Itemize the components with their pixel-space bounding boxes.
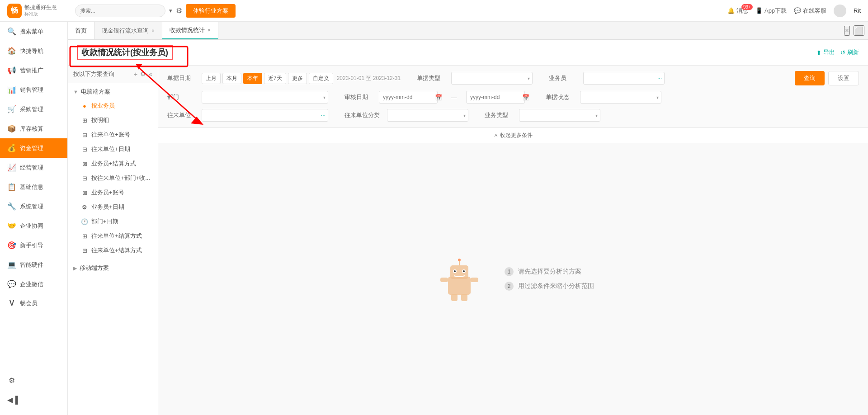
date-btn-this-year[interactable]: 本年 — [243, 73, 262, 84]
sidebar-item-quicknav[interactable]: 🏠 快捷导航 — [0, 41, 67, 61]
header-right: 🔔 消息 99+ 📱 App下载 💬 在线客服 Rit — [727, 5, 861, 17]
refresh-btn[interactable]: ↺ 刷新 — [840, 48, 859, 57]
biz-type-select[interactable] — [519, 109, 600, 122]
scheme-item-unit-settle1[interactable]: ⊞ 往来单位+结算方式 — [68, 229, 158, 243]
scheme-settings-btn[interactable]: ⚙ — [140, 71, 146, 78]
sidebar-item-finance[interactable]: 💰 资金管理 — [0, 138, 67, 158]
date-btn-last-month[interactable]: 上月 — [202, 73, 221, 84]
empty-tip-1: 1 请先选择要分析的方案 — [505, 267, 594, 276]
basic-icon: 📋 — [7, 183, 16, 191]
salesperson-dots[interactable]: ··· — [657, 75, 662, 81]
sidebar-item-inventory[interactable]: 📦 库存核算 — [0, 119, 67, 138]
form-settings-btn[interactable]: 设置 — [828, 71, 859, 85]
calendar-from-icon[interactable]: 📅 — [435, 94, 442, 101]
tab-home[interactable]: 首页 — [68, 22, 94, 39]
date-label: 单据日期 — [167, 74, 194, 82]
salesperson-input[interactable] — [583, 72, 665, 85]
date-btn-this-month[interactable]: 本月 — [222, 73, 241, 84]
enterprise-icon: 🤝 — [7, 222, 16, 230]
dept-select[interactable] — [202, 91, 328, 104]
sidebar-item-guide[interactable]: 🎯 新手引导 — [0, 236, 67, 255]
scheme-item-unit-dept[interactable]: ⊟ 按往来单位+部门+收... — [68, 171, 158, 185]
user-avatar[interactable] — [834, 5, 846, 17]
sidebar-settings-btn[interactable]: ⚙ — [0, 371, 67, 390]
sidebar-item-marketing[interactable]: 📢 营销推广 — [0, 61, 67, 80]
sidebar-item-purchase[interactable]: 🛒 采购管理 — [0, 99, 67, 119]
header-dropdown-btn[interactable]: ▾ — [169, 7, 172, 14]
page-title: 收款情况统计(按业务员) — [77, 45, 173, 60]
partner-cat-select[interactable] — [387, 109, 468, 122]
doc-type-label: 单据类型 — [417, 74, 444, 82]
partner-cat-field: ▾ — [387, 109, 468, 122]
scheme-item-unit-date[interactable]: ⊟ 往来单位+日期 — [68, 142, 158, 156]
app-download-btn[interactable]: 📱 App下载 — [755, 7, 787, 15]
close-all-btn[interactable]: × — [844, 26, 850, 36]
scheme-collapse-btn[interactable]: « — [149, 71, 152, 78]
sidebar-item-search[interactable]: 🔍 搜索菜单 — [0, 22, 67, 41]
unit-date-icon: ⊟ — [80, 146, 89, 153]
calendar-to-icon[interactable]: 📅 — [522, 94, 529, 101]
tab-receipt-close[interactable]: × — [208, 27, 211, 33]
sidebar-item-system[interactable]: 🔧 系统管理 — [0, 197, 67, 216]
scheme-item-unit-settle2[interactable]: ⊟ 往来单位+结算方式 — [68, 243, 158, 258]
scheme-item-sales-date[interactable]: ⚙ 业务员+日期 — [68, 200, 158, 214]
date-btn-7days[interactable]: 近7天 — [264, 73, 286, 84]
sidebar-item-enterprise[interactable]: 🤝 企业协同 — [0, 216, 67, 236]
logo-badge: 标准版 — [24, 11, 57, 17]
tab-home-label: 首页 — [75, 27, 87, 35]
biz-type-label: 业务类型 — [485, 111, 512, 119]
scheme-item-sales-date-label: 业务员+日期 — [91, 203, 124, 211]
export-btn[interactable]: ⬆ 导出 — [816, 48, 835, 57]
trial-btn[interactable]: 体验行业方案 — [186, 4, 236, 18]
scheme-group-pc-header[interactable]: ▼ 电脑端方案 — [68, 85, 158, 99]
doc-status-select[interactable] — [580, 91, 661, 104]
tab-bank-close[interactable]: × — [151, 28, 155, 34]
query-form: 单据日期 上月 本月 本年 近7天 更多 自定义 2023-01-01 至 20… — [158, 66, 868, 127]
tab-receipt[interactable]: 收款情况统计 × — [162, 22, 218, 39]
sidebar-item-hardware[interactable]: 💻 智能硬件 — [0, 255, 67, 274]
weixin-icon: 💬 — [7, 280, 16, 288]
date-btn-custom[interactable]: 自定义 — [309, 73, 333, 84]
scheme-item-sales-settle[interactable]: ⊠ 业务员+结算方式 — [68, 156, 158, 171]
sidebar-item-member[interactable]: V 畅会员 — [0, 294, 67, 313]
sidebar-label-enterprise: 企业协同 — [20, 222, 43, 230]
online-service-btn[interactable]: 💬 在线客服 — [794, 7, 826, 15]
guide-icon: 🎯 — [7, 241, 16, 250]
header-gear-btn[interactable]: ⚙ — [176, 6, 182, 15]
doc-type-select[interactable] — [451, 72, 533, 85]
scheme-item-salesperson[interactable]: ● 按业务员 — [68, 99, 158, 113]
scheme-title: 按以下方案查询 — [73, 70, 114, 78]
scheme-item-dept-date[interactable]: 🕐 部门+日期 — [68, 214, 158, 229]
sidebar-collapse-btn[interactable]: ◀▐ — [0, 390, 67, 410]
scheme-group-mobile-header[interactable]: ▶ 移动端方案 — [68, 261, 158, 275]
sidebar-item-sales[interactable]: 📊 销售管理 — [0, 80, 67, 99]
sidebar-label-basic: 基础信息 — [20, 183, 43, 191]
sidebar-item-basic[interactable]: 📋 基础信息 — [0, 177, 67, 197]
doc-type-field: ▾ — [451, 72, 533, 85]
review-date-to[interactable] — [466, 91, 525, 104]
scheme-item-detail[interactable]: ⊞ 按明细 — [68, 113, 158, 127]
service-icon: 💬 — [794, 7, 801, 14]
sidebar-bottom: ⚙ ◀▐ — [0, 365, 67, 415]
scheme-item-unit-date-label: 往来单位+日期 — [91, 145, 130, 153]
tip-num-1: 1 — [505, 267, 514, 276]
header-search-input[interactable] — [75, 5, 165, 17]
tab-bank[interactable]: 现金银行流水查询 × — [94, 22, 162, 39]
notification-btn[interactable]: 🔔 消息 99+ — [727, 7, 748, 15]
scheme-item-sales-account[interactable]: ⊠ 业务员+账号 — [68, 185, 158, 200]
tip-num-2: 2 — [505, 282, 514, 291]
sidebar-item-operation[interactable]: 📈 经营管理 — [0, 158, 67, 177]
review-date-from[interactable] — [379, 91, 438, 104]
partner-dots[interactable]: ··· — [321, 112, 326, 118]
sidebar-item-weixin[interactable]: 💬 企业微信 — [0, 274, 67, 294]
query-btn[interactable]: 查询 — [795, 71, 825, 85]
collapse-bar[interactable]: ∧ 收起更多条件 — [158, 127, 868, 143]
scheme-item-unit-account[interactable]: ⊟ 往来单位+账号 — [68, 127, 158, 142]
sidebar-label-member: 畅会员 — [20, 299, 38, 307]
maximize-btn[interactable]: ⬜ — [854, 25, 864, 36]
partner-input[interactable] — [202, 109, 328, 122]
dept-field: ▾ — [202, 91, 328, 104]
date-btn-more[interactable]: 更多 — [288, 73, 307, 84]
pc-group-arrow: ▼ — [73, 89, 78, 94]
scheme-add-btn[interactable]: + — [134, 71, 137, 78]
